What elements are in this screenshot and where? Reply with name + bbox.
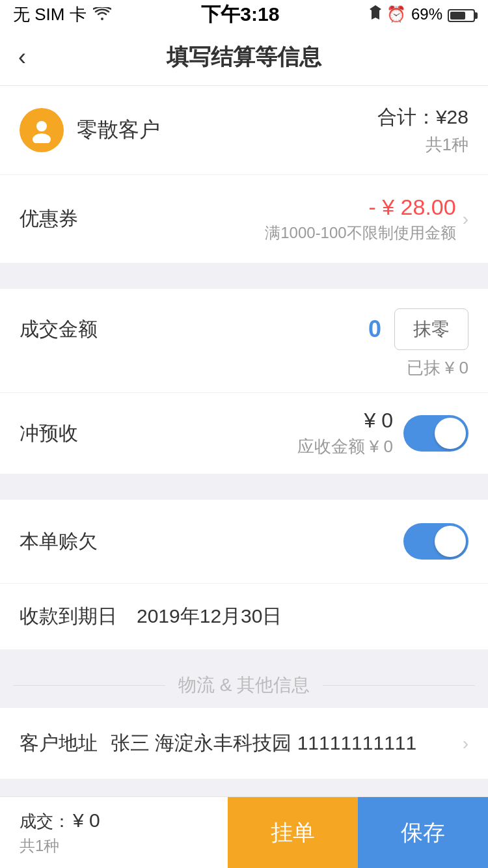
- status-left: 无 SIM 卡: [13, 3, 111, 26]
- debt-toggle-knob: [435, 526, 466, 557]
- bottom-bar: 成交： ¥ 0 共1种 挂单 保存: [0, 796, 488, 868]
- coupon-right: - ¥ 28.00 满1000-100不限制使用金额 ›: [265, 195, 468, 243]
- logistics-divider: 物流 & 其他信息: [0, 662, 488, 708]
- wifi-icon: [93, 5, 111, 25]
- address-label: 客户地址: [20, 730, 98, 757]
- address-value: 张三 海淀永丰科技园 11111111111: [111, 730, 463, 757]
- address-row[interactable]: 客户地址 张三 海淀永丰科技园 11111111111 ›: [0, 708, 488, 779]
- prepay-toggle[interactable]: [403, 415, 468, 452]
- prepay-right: ¥ 0 应收金额 ¥ 0: [297, 409, 468, 458]
- amount-row: 成交金额 0 抹零: [0, 289, 488, 357]
- bottom-left: 成交： ¥ 0 共1种: [0, 809, 228, 856]
- debt-row: 本单赊欠: [0, 500, 488, 583]
- prepay-receivable: 应收金额 ¥ 0: [297, 435, 393, 458]
- transaction-value: 0: [368, 316, 381, 343]
- due-date-value: 2019年12月30日: [137, 603, 282, 630]
- main-content: 零散客户 合计：¥28 共1种 优惠券 - ¥ 28.00 满1000-100不…: [0, 86, 488, 868]
- customer-row: 零散客户 合计：¥28 共1种: [0, 86, 488, 174]
- coupon-values: - ¥ 28.00 满1000-100不限制使用金额: [265, 195, 455, 243]
- transaction-section: 成交金额 0 抹零 已抹 ¥ 0 冲预收 ¥ 0 应收金额 ¥ 0: [0, 289, 488, 474]
- no-sim-text: 无 SIM 卡: [13, 3, 87, 26]
- transaction-sub: 已抹 ¥ 0: [0, 357, 488, 392]
- prepay-label: 冲预收: [20, 420, 78, 447]
- alarm-icon: ⏰: [386, 5, 406, 23]
- customer-name: 零散客户: [77, 116, 160, 144]
- prepay-row: 冲预收 ¥ 0 应收金额 ¥ 0: [0, 392, 488, 474]
- time-display: 下午3:18: [201, 1, 279, 28]
- bottom-deal-row: 成交： ¥ 0: [20, 809, 208, 833]
- section-divider-1: [0, 276, 488, 289]
- svg-point-1: [33, 133, 51, 143]
- logistics-text: 物流 & 其他信息: [178, 673, 310, 698]
- address-section: 客户地址 张三 海淀永丰科技园 11111111111 ›: [0, 708, 488, 779]
- round-button[interactable]: 抹零: [394, 308, 468, 350]
- total-label: 合计：¥28: [377, 104, 468, 131]
- due-date-row: 收款到期日 2019年12月30日: [0, 583, 488, 649]
- avatar: [20, 108, 64, 152]
- back-button[interactable]: ‹: [18, 44, 26, 71]
- bottom-count: 共1种: [20, 835, 208, 856]
- status-right: ⏰ 69%: [370, 5, 475, 23]
- svg-point-0: [36, 121, 47, 131]
- customer-left: 零散客户: [20, 108, 160, 152]
- customer-section: 零散客户 合计：¥28 共1种 优惠券 - ¥ 28.00 满1000-100不…: [0, 86, 488, 263]
- bottom-deal-label: 成交：: [20, 810, 70, 833]
- logistics-line-right: [323, 685, 475, 686]
- bottom-deal-value: ¥ 0: [73, 809, 100, 832]
- battery-icon: [448, 5, 475, 23]
- section-divider-2: [0, 487, 488, 500]
- debt-section: 本单赊欠 收款到期日 2019年12月30日: [0, 500, 488, 649]
- status-bar: 无 SIM 卡 下午3:18 ⏰ 69%: [0, 0, 488, 29]
- battery-percentage: 69%: [411, 5, 442, 23]
- debt-label: 本单赊欠: [20, 528, 98, 555]
- toggle-knob: [435, 418, 466, 449]
- amount-right: 0 抹零: [368, 308, 468, 350]
- nav-bar: ‹ 填写结算等信息: [0, 29, 488, 86]
- due-date-label: 收款到期日: [20, 603, 117, 630]
- save-button[interactable]: 保存: [358, 797, 488, 869]
- logistics-line-left: [13, 685, 165, 686]
- total-count: 共1种: [377, 133, 468, 156]
- customer-right: 合计：¥28 共1种: [377, 104, 468, 156]
- prepay-amount: ¥ 0: [297, 409, 393, 433]
- prepay-values: ¥ 0 应收金额 ¥ 0: [297, 409, 393, 458]
- address-chevron-icon: ›: [463, 733, 468, 754]
- location-icon: [370, 5, 381, 23]
- hang-button[interactable]: 挂单: [228, 797, 358, 869]
- page-title: 填写结算等信息: [167, 42, 321, 72]
- coupon-desc: 满1000-100不限制使用金额: [265, 223, 455, 243]
- chevron-right-icon: ›: [463, 209, 468, 230]
- coupon-row[interactable]: 优惠券 - ¥ 28.00 满1000-100不限制使用金额 ›: [0, 174, 488, 263]
- debt-toggle[interactable]: [403, 523, 468, 560]
- coupon-label: 优惠券: [20, 206, 78, 232]
- coupon-amount: - ¥ 28.00: [265, 195, 455, 220]
- transaction-label: 成交金额: [20, 316, 98, 343]
